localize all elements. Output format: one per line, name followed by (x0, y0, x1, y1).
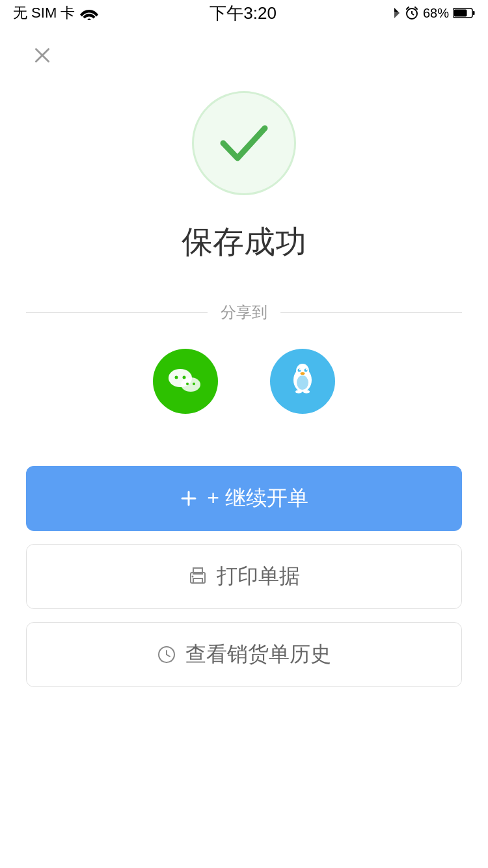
svg-rect-8 (472, 11, 474, 15)
main-content: 保存成功 分享到 (0, 26, 488, 868)
battery-icon (453, 7, 475, 19)
alarm-icon (405, 6, 419, 20)
close-button[interactable] (26, 39, 59, 72)
print-icon (188, 567, 208, 586)
svg-line-5 (415, 7, 417, 9)
success-title: 保存成功 (182, 221, 306, 263)
share-divider: 分享到 (26, 302, 462, 323)
status-bar: 无 SIM 卡 下午3:20 68% (0, 0, 488, 26)
svg-point-24 (295, 390, 302, 394)
qq-logo-icon (283, 362, 322, 401)
svg-point-13 (175, 375, 178, 379)
history-button[interactable]: 查看销货单历史 (26, 622, 462, 687)
share-row (153, 349, 335, 414)
wechat-logo-icon (166, 364, 205, 400)
divider-right (280, 312, 462, 313)
svg-point-12 (181, 377, 200, 392)
divider-left (26, 312, 208, 313)
status-right: 68% (388, 6, 475, 21)
plus-icon (180, 489, 198, 508)
print-button[interactable]: 打印单据 (26, 544, 462, 609)
success-icon-circle (192, 91, 296, 195)
svg-point-0 (88, 19, 91, 21)
history-label: 查看销货单历史 (185, 640, 331, 669)
svg-rect-7 (454, 10, 467, 17)
svg-point-25 (303, 390, 310, 394)
svg-point-21 (299, 369, 301, 370)
wechat-share-button[interactable] (153, 349, 218, 414)
action-buttons: + 继续开单 打印单据 查看销货单历史 (26, 466, 462, 687)
checkmark-icon (218, 120, 270, 166)
svg-point-15 (186, 383, 189, 385)
history-icon (157, 645, 176, 664)
location-icon (388, 7, 401, 20)
qq-share-button[interactable] (270, 349, 335, 414)
status-time: 下午3:20 (210, 2, 277, 25)
svg-line-35 (167, 655, 170, 657)
status-left: 无 SIM 卡 (13, 3, 98, 23)
svg-point-32 (192, 576, 194, 578)
continue-label: + 继续开单 (207, 484, 308, 513)
svg-line-3 (412, 14, 414, 15)
print-label: 打印单据 (217, 562, 300, 591)
wifi-icon (80, 6, 98, 20)
no-sim-text: 无 SIM 卡 (13, 3, 75, 23)
battery-percent: 68% (423, 6, 449, 21)
continue-button[interactable]: + 继续开单 (26, 466, 462, 531)
svg-point-26 (297, 375, 308, 390)
svg-point-14 (183, 375, 186, 379)
share-label: 分享到 (221, 302, 267, 323)
svg-point-16 (193, 383, 195, 385)
svg-rect-31 (193, 578, 202, 583)
svg-point-23 (301, 372, 305, 375)
svg-line-4 (407, 7, 409, 9)
svg-point-22 (306, 369, 307, 370)
